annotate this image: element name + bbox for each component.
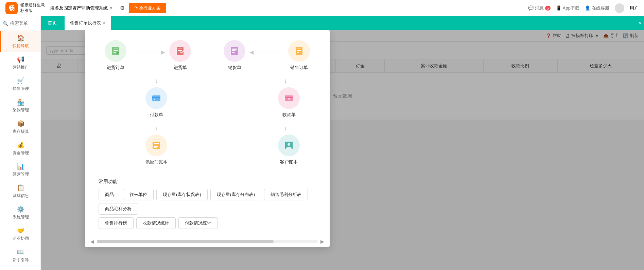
- func-btn-inventory-dist[interactable]: 现存量(库存分布表): [210, 189, 262, 200]
- flow-node-receipt[interactable]: ¥ 收款单: [272, 87, 306, 118]
- marketing-icon: 📢: [17, 56, 24, 63]
- func-btn-product-gross[interactable]: 商品毛利分析: [99, 203, 138, 215]
- flow-node-sales-bill[interactable]: 销货单: [217, 40, 251, 71]
- flow-section: 进货订单 ▶: [85, 30, 330, 179]
- sidebar-item-sys-mgmt[interactable]: ⚙️ 系统管理: [0, 202, 40, 223]
- sidebar-item-label: 基础信息: [13, 193, 29, 199]
- flow-circle-supplier-account: [145, 134, 167, 156]
- scroll-thumb: [97, 240, 274, 243]
- sidebar-item-basic-info[interactable]: 📋 基础信息: [0, 181, 40, 202]
- tab-bar: 首页 销售订单执行表 × ×: [41, 16, 644, 30]
- flow-circle-purchase-bill: [169, 40, 191, 62]
- header-left: 畅 畅康通好生意 标准版 装备及固定资产辅助管理系统 ▼ ⚙ 体验行业方案: [5, 2, 166, 14]
- app-container: 畅 畅康通好生意 标准版 装备及固定资产辅助管理系统 ▼ ⚙ 体验行业方案 💬 …: [0, 0, 644, 270]
- flow-node-purchase-order[interactable]: 进货订单: [99, 40, 133, 71]
- svg-rect-23: [154, 145, 157, 145]
- scroll-right-arrow[interactable]: ▶: [320, 239, 324, 244]
- message-icon: 💬: [528, 5, 534, 11]
- flow-node-supplier-account[interactable]: 供应商账本: [139, 134, 173, 165]
- flow-node-purchase-bill[interactable]: 进货单: [163, 40, 197, 71]
- scroll-left-arrow[interactable]: ◀: [90, 239, 94, 244]
- tab-close-icon[interactable]: ×: [103, 21, 105, 25]
- flow-circle-purchase-order: [105, 40, 126, 62]
- online-service-action[interactable]: 👤 在线客服: [585, 5, 609, 11]
- modal-overlay: 进货订单 ▶: [41, 30, 644, 270]
- flow-label-supplier-account: 供应商账本: [145, 159, 168, 165]
- trial-button[interactable]: 体验行业方案: [129, 3, 166, 13]
- logo-area: 畅 畅康通好生意 标准版: [5, 2, 46, 14]
- top-header: 畅 畅康通好生意 标准版 装备及固定资产辅助管理系统 ▼ ⚙ 体验行业方案 💬 …: [0, 0, 644, 16]
- tab-home[interactable]: 首页: [41, 16, 64, 30]
- sidebar-item-purchase-mgmt[interactable]: 🏪 采购管理: [0, 95, 40, 116]
- settings-icon[interactable]: ⚙: [120, 5, 125, 11]
- flow-node-sales-order[interactable]: 销售订单: [282, 40, 316, 71]
- tab-label: 销售订单执行表: [70, 20, 101, 26]
- sidebar-item-enterprise[interactable]: 🤝 企业协同: [0, 223, 40, 245]
- message-action[interactable]: 💬 消息 5: [528, 5, 551, 11]
- user-avatar[interactable]: [615, 3, 624, 13]
- sidebar-item-label: 企业协同: [13, 236, 29, 241]
- svg-rect-8: [232, 49, 237, 50]
- modal-box: 进货订单 ▶: [85, 30, 330, 247]
- logo-icon: 畅: [5, 2, 18, 14]
- sidebar-item-label: 快捷导航: [13, 43, 29, 49]
- inventory-icon: 📦: [17, 120, 24, 127]
- header-right: 💬 消息 5 📱 App下载 👤 在线客服 用户: [528, 3, 639, 13]
- search-icon: 🔍: [3, 21, 8, 26]
- sidebar-item-quick-nav[interactable]: 🏠 快捷导航: [0, 31, 40, 52]
- sidebar-search[interactable]: 🔍 搜索菜单: [0, 16, 40, 31]
- sidebar-item-marketing[interactable]: 📢 营销推广: [0, 52, 40, 74]
- dropdown-arrow-icon: ▼: [109, 6, 113, 11]
- svg-text:¥: ¥: [288, 97, 290, 101]
- flow-circle-receipt: ¥: [278, 87, 300, 109]
- flow-circle-sales-order: [288, 40, 310, 62]
- quick-nav-icon: 🏠: [17, 34, 24, 42]
- sidebar-item-label: 系统管理: [13, 214, 29, 220]
- func-btn-receipt-stat[interactable]: 收款情况统计: [136, 217, 176, 229]
- system-title: 装备及固定资产辅助管理系统: [50, 5, 108, 11]
- sidebar-item-operations[interactable]: 📊 经营管理: [0, 159, 40, 181]
- flow-node-payment[interactable]: ¥ 付款单: [139, 87, 173, 118]
- flow-row-3: 供应商账本: [99, 134, 316, 165]
- func-btn-sales-rank[interactable]: 销售排行榜: [99, 217, 134, 229]
- function-buttons-row2: 销售排行榜 收款情况统计 付款情况统计: [99, 217, 316, 229]
- app-download-action[interactable]: 📱 App下载: [556, 5, 579, 11]
- user-name: 用户: [630, 5, 639, 11]
- svg-text:¥: ¥: [153, 98, 155, 101]
- scroll-track[interactable]: [97, 240, 318, 243]
- svg-rect-10: [232, 52, 234, 53]
- sales-icon: 🛒: [17, 77, 24, 85]
- func-btn-product[interactable]: 商品: [99, 189, 120, 200]
- app-download-label: App下载: [563, 5, 579, 11]
- sidebar-item-new-guide[interactable]: 📖 新手引导: [0, 245, 40, 266]
- operations-icon: 📊: [17, 163, 24, 170]
- flow-label-sales-bill: 销货单: [228, 65, 241, 71]
- enterprise-icon: 🤝: [17, 227, 24, 234]
- sys-mgmt-icon: ⚙️: [17, 205, 24, 213]
- func-btn-inventory-status[interactable]: 现存量(库存状况表): [156, 189, 208, 200]
- sidebar-item-inventory[interactable]: 📦 库存核算: [0, 116, 40, 138]
- func-btn-payment-stat[interactable]: 付款情况统计: [178, 217, 218, 229]
- flow-row-2: ¥ 付款单: [99, 87, 316, 118]
- common-functions: 常用功能 商品 往来单位 现存量(库存状况表) 现存量(库存分布表) 销售毛利分…: [85, 179, 330, 236]
- sidebar-item-label: 库存核算: [13, 129, 29, 134]
- svg-rect-9: [232, 50, 236, 51]
- sidebar: 🔍 搜索菜单 🏠 快捷导航 📢 营销推广 🛒 销售管理 🏪 采购管理 📦: [0, 16, 41, 270]
- function-buttons: 商品 往来单位 现存量(库存状况表) 现存量(库存分布表) 销售毛利分析表 商品…: [99, 189, 316, 215]
- sidebar-item-finance[interactable]: 💰 资金管理: [0, 138, 40, 159]
- sidebar-item-label: 新手引导: [13, 257, 29, 263]
- flow-node-customer-account[interactable]: 客户账本: [272, 134, 306, 165]
- system-title-dropdown[interactable]: 装备及固定资产辅助管理系统 ▼: [50, 5, 113, 11]
- content-area: 首页 销售订单执行表 × × ❓ 帮助 🖨: [41, 16, 644, 270]
- func-btn-partner[interactable]: 往来单位: [123, 189, 154, 200]
- tab-sales-order[interactable]: 销售订单执行表 ×: [65, 16, 111, 30]
- phone-icon: 📱: [556, 5, 561, 11]
- sidebar-item-sales-mgmt[interactable]: 🛒 销售管理: [0, 74, 40, 95]
- service-icon: 👤: [585, 5, 590, 11]
- func-btn-sales-gross[interactable]: 销售毛利分析表: [264, 189, 308, 200]
- tab-bar-close-icon[interactable]: ×: [638, 20, 641, 26]
- scroll-bar-area: ◀ ▶: [85, 236, 330, 247]
- page-content: ❓ 帮助 🖨 按模板打印 ▼ 📤 导出 🔄 刷新: [41, 30, 644, 270]
- sidebar-item-label: 采购管理: [13, 107, 29, 113]
- finance-icon: 💰: [17, 141, 24, 149]
